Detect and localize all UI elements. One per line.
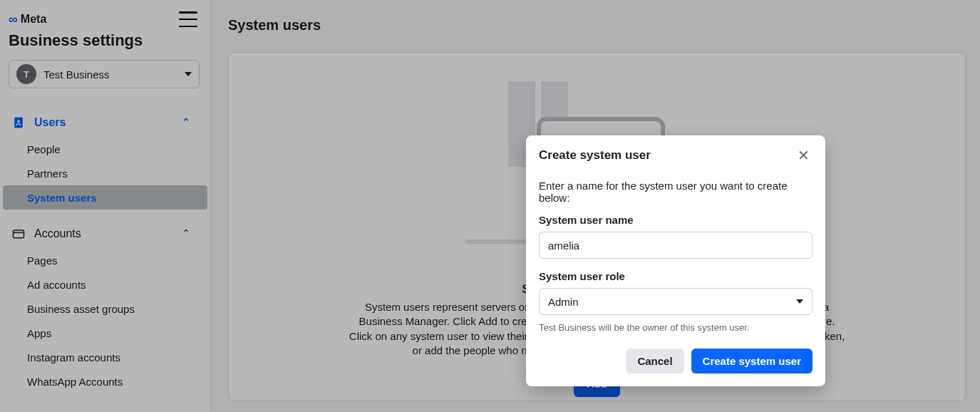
modal-scrim[interactable] <box>0 0 980 412</box>
modal-description: Enter a name for the system user you wan… <box>539 180 813 204</box>
create-system-user-button[interactable]: Create system user <box>691 349 813 374</box>
system-user-name-label: System user name <box>539 214 813 226</box>
system-user-name-input[interactable] <box>539 232 813 259</box>
system-user-role-label: System user role <box>539 270 813 282</box>
close-icon[interactable]: ✕ <box>795 147 813 164</box>
create-system-user-modal: Create system user ✕ Enter a name for th… <box>526 135 825 386</box>
modal-title: Create system user <box>539 148 651 163</box>
cancel-button[interactable]: Cancel <box>626 349 684 374</box>
system-user-role-select[interactable]: Admin <box>539 288 813 315</box>
system-user-role-value: Admin <box>548 296 579 308</box>
modal-helper-text: Test Business will be the owner of this … <box>539 322 813 333</box>
caret-down-icon <box>796 299 803 304</box>
